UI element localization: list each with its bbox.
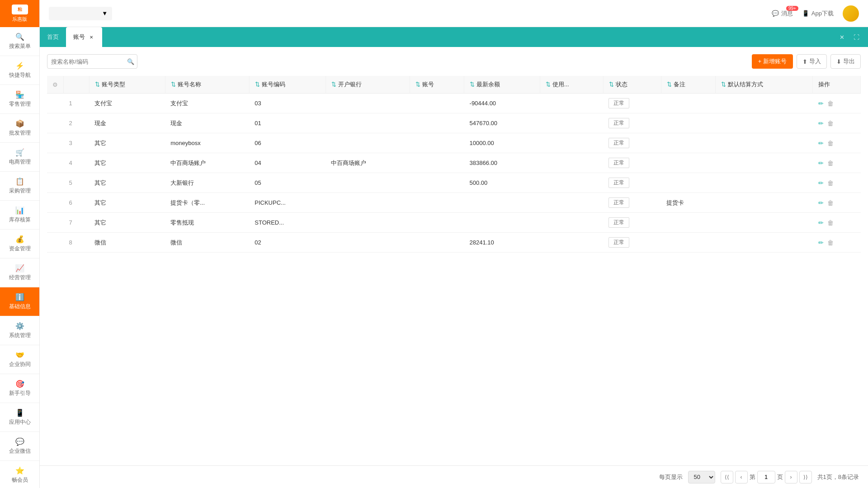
sidebar-icon-system-manage: ⚙️ xyxy=(15,322,24,330)
edit-btn-2[interactable]: ✏ xyxy=(818,120,824,127)
row-usage-5 xyxy=(540,173,603,193)
delete-btn-6[interactable]: 🗑 xyxy=(827,199,834,206)
row-balance-1: -90444.00 xyxy=(464,94,540,113)
row-index-3: 3 xyxy=(64,133,90,153)
page-next-btn[interactable]: › xyxy=(785,471,797,483)
edit-btn-3[interactable]: ✏ xyxy=(818,140,824,147)
row-status-6: 正常 xyxy=(603,193,661,213)
col-default-settlement[interactable]: ⇅默认结算方式 xyxy=(715,76,812,94)
sidebar-item-newbie-guide[interactable]: 🎯新手引导 xyxy=(0,374,39,403)
row-gear-5 xyxy=(47,173,64,193)
edit-btn-6[interactable]: ✏ xyxy=(818,199,824,206)
topbar-search[interactable]: ▼ xyxy=(49,7,112,20)
edit-btn-4[interactable]: ✏ xyxy=(818,160,824,167)
tab-account-label: 账号 xyxy=(73,33,85,41)
row-remark-8 xyxy=(661,233,715,253)
tab-home[interactable]: 首页 xyxy=(40,27,66,47)
per-page-select[interactable]: 50 100 xyxy=(688,471,715,483)
row-code-5: 05 xyxy=(249,173,326,193)
add-account-btn[interactable]: + 新增账号 xyxy=(752,54,793,69)
sidebar-label-basic-info: 基础信息 xyxy=(9,303,31,310)
row-name-8: 微信 xyxy=(165,233,249,253)
sidebar-icon-app-center: 📱 xyxy=(15,408,24,417)
page-prev-btn[interactable]: ‹ xyxy=(735,471,748,483)
sidebar-label-business-manage: 经营管理 xyxy=(9,274,31,282)
edit-btn-7[interactable]: ✏ xyxy=(818,219,824,226)
col-bank[interactable]: ⇅开户银行 xyxy=(326,76,410,94)
page-first-btn[interactable]: ⟨⟨ xyxy=(721,471,733,483)
page-last-btn[interactable]: ⟩⟩ xyxy=(799,471,812,483)
tab-close-all-btn[interactable]: ✕ xyxy=(835,31,848,43)
sidebar-label-purchase-manage: 采购管理 xyxy=(9,187,31,195)
edit-btn-5[interactable]: ✏ xyxy=(818,179,824,187)
edit-btn-1[interactable]: ✏ xyxy=(818,100,824,107)
row-index-5: 5 xyxy=(64,173,90,193)
sidebar-item-enterprise-wechat[interactable]: 💬企业微信 xyxy=(0,432,39,461)
sidebar-item-basic-info[interactable]: ℹ️基础信息 xyxy=(0,287,39,316)
edit-btn-8[interactable]: ✏ xyxy=(818,239,824,246)
row-bank-7 xyxy=(326,213,410,233)
row-index-4: 4 xyxy=(64,153,90,173)
sidebar-item-retail-manage[interactable]: 🏪零售管理 xyxy=(0,85,39,114)
sidebar-item-vip-member[interactable]: ⭐畅会员 xyxy=(0,461,39,488)
delete-btn-1[interactable]: 🗑 xyxy=(827,100,834,107)
account-search-input[interactable] xyxy=(51,58,127,65)
col-remark[interactable]: ⇅备注 xyxy=(661,76,715,94)
tab-account[interactable]: 账号 ✕ xyxy=(66,27,102,47)
row-status-5: 正常 xyxy=(603,173,661,193)
row-usage-1 xyxy=(540,94,603,113)
sidebar-item-quick-nav[interactable]: ⚡快捷导航 xyxy=(0,56,39,85)
sidebar-item-app-center[interactable]: 📱应用中心 xyxy=(0,403,39,432)
user-avatar[interactable] xyxy=(843,5,859,22)
row-settlement-4 xyxy=(715,153,812,173)
sidebar-label-enterprise-agreement: 企业协同 xyxy=(9,361,31,368)
export-btn[interactable]: ⬇ 导出 xyxy=(830,54,861,69)
sidebar-icon-vip-member: ⭐ xyxy=(15,466,24,475)
row-bank-1 xyxy=(326,94,410,113)
delete-btn-2[interactable]: 🗑 xyxy=(827,120,834,127)
row-remark-4 xyxy=(661,153,715,173)
sidebar-item-stock-check[interactable]: 📊库存核算 xyxy=(0,201,39,230)
row-name-1: 支付宝 xyxy=(165,94,249,113)
sidebar-item-wholesale-manage[interactable]: 📦批发管理 xyxy=(0,114,39,143)
delete-btn-8[interactable]: 🗑 xyxy=(827,239,834,246)
col-name[interactable]: ⇅账号名称 xyxy=(165,76,249,94)
row-account-2 xyxy=(410,113,464,133)
col-usage[interactable]: ⇅使用... xyxy=(540,76,603,94)
col-account[interactable]: ⇅账号 xyxy=(410,76,464,94)
delete-btn-7[interactable]: 🗑 xyxy=(827,219,834,226)
col-code[interactable]: ⇅账号编码 xyxy=(249,76,326,94)
col-status[interactable]: ⇅状态 xyxy=(603,76,661,94)
account-search-wrap[interactable]: 🔍 xyxy=(47,54,137,69)
sidebar-item-ecommerce-manage[interactable]: 🛒电商管理 xyxy=(0,143,39,172)
sidebar-item-search-menu[interactable]: 🔍搜索菜单 xyxy=(0,27,39,56)
delete-btn-4[interactable]: 🗑 xyxy=(827,160,834,167)
row-action-8: ✏ 🗑 xyxy=(813,233,861,253)
row-remark-6: 提货卡 xyxy=(661,193,715,213)
delete-btn-5[interactable]: 🗑 xyxy=(827,179,834,187)
table-row: 5 其它 大新银行 05 500.00 正常 ✏ 🗑 xyxy=(47,173,861,193)
import-btn[interactable]: ⬆ 导入 xyxy=(797,54,827,69)
tab-fullscreen-btn[interactable]: ⛶ xyxy=(850,31,863,43)
app-download-btn[interactable]: 📱 App下载 xyxy=(802,9,834,18)
col-gear[interactable]: ⚙ xyxy=(47,76,64,94)
tab-account-close[interactable]: ✕ xyxy=(88,33,95,41)
topbar-search-input[interactable] xyxy=(53,10,102,17)
sidebar-label-enterprise-wechat: 企业微信 xyxy=(9,447,31,455)
status-badge-5: 正常 xyxy=(609,178,629,188)
row-status-1: 正常 xyxy=(603,94,661,113)
sidebar-item-finance-manage[interactable]: 💰资金管理 xyxy=(0,230,39,258)
row-remark-2 xyxy=(661,113,715,133)
row-bank-4: 中百商场账户 xyxy=(326,153,410,173)
sidebar-icon-enterprise-wechat: 💬 xyxy=(15,437,24,446)
delete-btn-3[interactable]: 🗑 xyxy=(827,140,834,147)
sidebar-item-enterprise-agreement[interactable]: 🤝企业协同 xyxy=(0,345,39,374)
page-input[interactable] xyxy=(757,471,775,483)
row-action-6: ✏ 🗑 xyxy=(813,193,861,213)
sidebar-item-purchase-manage[interactable]: 📋采购管理 xyxy=(0,172,39,201)
message-btn[interactable]: 💬 消息 99+ xyxy=(772,9,793,18)
col-type[interactable]: ⇅账号类型 xyxy=(89,76,165,94)
sidebar-item-system-manage[interactable]: ⚙️系统管理 xyxy=(0,316,39,345)
sidebar-item-business-manage[interactable]: 📈经营管理 xyxy=(0,258,39,287)
col-balance[interactable]: ⇅最新余额 xyxy=(464,76,540,94)
